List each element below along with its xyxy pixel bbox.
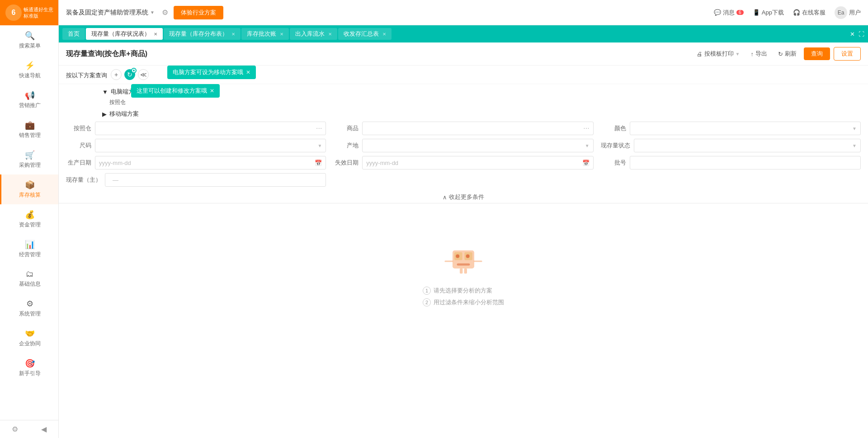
tree-arrow-desktop: ▼	[102, 89, 108, 95]
topbar-gear-icon[interactable]: ⚙	[162, 8, 168, 17]
tab-in-out-flow-close[interactable]: ✕	[328, 32, 332, 37]
fields-grid: 按照仓 ··· 商品 ··· 颜色 ▼ 尺码 ▼	[59, 122, 868, 190]
tooltip2-close[interactable]: ✕	[210, 88, 214, 94]
print-btn[interactable]: 🖨 按模板打印 ▼	[693, 48, 744, 60]
svg-point-6	[466, 254, 470, 258]
online-service-btn[interactable]: 🎧 在线客服	[793, 9, 826, 17]
color-input[interactable]: ▼	[630, 122, 861, 135]
page-header: 现存量查询(按仓库+商品) 🖨 按模板打印 ▼ ↑ 导出 ↻ 刷新 查询 设置	[59, 42, 868, 66]
tab-recv-summary[interactable]: 收发存汇总表 ✕	[338, 28, 392, 40]
sidebar-item-marketing[interactable]: 📢 营销推广	[0, 85, 58, 115]
svg-rect-8	[460, 268, 462, 273]
footer-collapse-btn[interactable]: ◀	[41, 425, 47, 433]
sidebar-item-system[interactable]: ⚙ 系统管理	[0, 293, 58, 323]
refresh-btn[interactable]: ↻ 刷新	[774, 48, 800, 60]
tab-home[interactable]: 首页	[62, 28, 85, 40]
back-scheme-btn[interactable]: ≪	[138, 69, 149, 80]
svg-text:6: 6	[11, 9, 15, 16]
field-size: 尺码 ▼	[66, 139, 326, 152]
size-arrow: ▼	[317, 143, 322, 148]
refresh-label: 刷新	[785, 50, 797, 58]
avatar-text: Ea	[838, 9, 844, 16]
tabs-maximize-icon[interactable]: ⛶	[859, 31, 864, 38]
sidebar-item-sales[interactable]: 💼 销售管理	[0, 115, 58, 145]
settings-btn[interactable]: 设置	[834, 47, 861, 61]
stock-qty-input[interactable]: —	[105, 173, 326, 187]
tab-in-out-flow[interactable]: 出入库流水 ✕	[290, 28, 337, 40]
tabs-actions: ✕ ⛶	[850, 31, 864, 38]
collapse-btn[interactable]: ∧ 收起更多条件	[59, 190, 868, 203]
dot-indicator	[132, 69, 136, 72]
guide-icon: 🎯	[25, 358, 35, 368]
messages-btn[interactable]: 💬 消息 6	[714, 9, 744, 17]
scheme-desktop-sub: 按照仓	[102, 99, 861, 106]
tabs-close-all-icon[interactable]: ✕	[850, 31, 855, 38]
size-input[interactable]: ▼	[95, 139, 326, 152]
print-arrow: ▼	[736, 52, 740, 57]
export-btn[interactable]: ↑ 导出	[747, 48, 771, 60]
tab-inventory-dist-close[interactable]: ✕	[231, 32, 235, 37]
field-color: 颜色 ▼	[601, 122, 861, 135]
tab-batch-account-label: 库存批次账	[247, 30, 276, 38]
collapse-chevron: ∧	[443, 194, 447, 201]
tab-batch-account-close[interactable]: ✕	[280, 32, 283, 37]
app-download-btn[interactable]: 📱 App下载	[753, 9, 784, 17]
inventory-icon: 📦	[25, 180, 35, 190]
scheme-mobile[interactable]: ▶ 移动端方案	[102, 108, 861, 120]
origin-input[interactable]: ▼	[362, 139, 593, 152]
batch-input[interactable]	[630, 156, 861, 170]
sidebar-item-search-menu[interactable]: 🔍 搜索菜单	[0, 25, 58, 55]
sidebar: 6 畅通通好生意 标准版 🔍 搜索菜单 ⚡ 快速导航 📢 营销推广 💼 销售管理…	[0, 0, 59, 438]
system-icon: ⚙	[26, 299, 33, 309]
sidebar-item-finance[interactable]: 💰 资金管理	[0, 204, 58, 234]
sidebar-item-inventory[interactable]: 📦 库存核算	[0, 174, 58, 204]
sidebar-item-quick-nav[interactable]: ⚡ 快速导航	[0, 55, 58, 85]
system-selector[interactable]: 装备及固定资产辅助管理系统 ▼	[66, 9, 155, 17]
production-date-input[interactable]: yyyy-mm-dd 📅	[95, 156, 326, 170]
origin-arrow: ▼	[585, 143, 590, 148]
sidebar-item-guide[interactable]: 🎯 新手引导	[0, 353, 58, 383]
hint1-text: 请先选择要分析的方案	[434, 285, 492, 297]
warehouse-dots: ···	[316, 124, 322, 132]
user-btn[interactable]: Ea 用户	[835, 6, 861, 19]
tab-inventory-dist[interactable]: 现存量（库存分布表） ✕	[164, 28, 241, 40]
sidebar-logo: 6 畅通通好生意 标准版	[0, 0, 58, 25]
page-actions: 🖨 按模板打印 ▼ ↑ 导出 ↻ 刷新 查询 设置	[693, 47, 861, 61]
logo-icon: 6	[5, 5, 22, 21]
filter-scheme-btns: + ↻ ≪	[111, 69, 149, 80]
warehouse-input[interactable]: ···	[95, 122, 326, 135]
tooltip1-text: 电脑方案可设为移动方案哦	[173, 68, 243, 76]
sidebar-item-purchase[interactable]: 🛒 采购管理	[0, 145, 58, 174]
tab-home-label: 首页	[68, 30, 80, 38]
tab-inventory-status-close[interactable]: ✕	[154, 32, 157, 37]
footer-settings-btn[interactable]: ⚙	[12, 425, 18, 433]
sidebar-item-basic-info[interactable]: 🗂 基础信息	[0, 264, 58, 293]
prod-date-cal-icon[interactable]: 📅	[315, 160, 322, 166]
goods-input[interactable]: ···	[362, 122, 593, 135]
export-label: 导出	[755, 50, 767, 58]
field-expiry-date: 失效日期 yyyy-mm-dd 📅	[333, 156, 593, 170]
topbar: 装备及固定资产辅助管理系统 ▼ ⚙ 体验行业方案 💬 消息 6 📱 App下载 …	[59, 0, 868, 25]
filter-scheme-section: 按以下方案查询 + ↻ ≪ 电脑方案可设为移动方案哦 ✕	[59, 66, 868, 84]
tooltip1-close[interactable]: ✕	[246, 69, 250, 75]
field-warehouse: 按照仓 ···	[66, 122, 326, 135]
range-dash: —	[113, 177, 118, 184]
tab-recv-summary-close[interactable]: ✕	[382, 32, 386, 37]
tab-inventory-status[interactable]: 现存量（库存状况表） ✕	[86, 28, 163, 40]
empty-hint-1: 1 请先选择要分析的方案	[423, 285, 504, 297]
enterprise-icon: 🤝	[25, 329, 35, 339]
expiry-date-input[interactable]: yyyy-mm-dd 📅	[362, 156, 593, 170]
empty-illustration	[441, 240, 486, 276]
sidebar-item-enterprise[interactable]: 🤝 企业协同	[0, 323, 58, 353]
tab-batch-account[interactable]: 库存批次账 ✕	[241, 28, 289, 40]
solution-btn[interactable]: 体验行业方案	[174, 6, 223, 19]
query-btn[interactable]: 查询	[804, 47, 830, 60]
expiry-date-cal-icon[interactable]: 📅	[582, 160, 590, 166]
tab-in-out-flow-label: 出入库流水	[295, 30, 325, 38]
export-icon: ↑	[751, 51, 754, 57]
refresh-scheme-btn[interactable]: ↻	[124, 69, 135, 80]
stock-status-input[interactable]: ▼	[634, 139, 861, 152]
scheme-sub-item[interactable]: 按照仓	[109, 99, 861, 106]
sidebar-item-operations[interactable]: 📊 经营管理	[0, 234, 58, 264]
add-scheme-btn[interactable]: +	[111, 69, 122, 80]
